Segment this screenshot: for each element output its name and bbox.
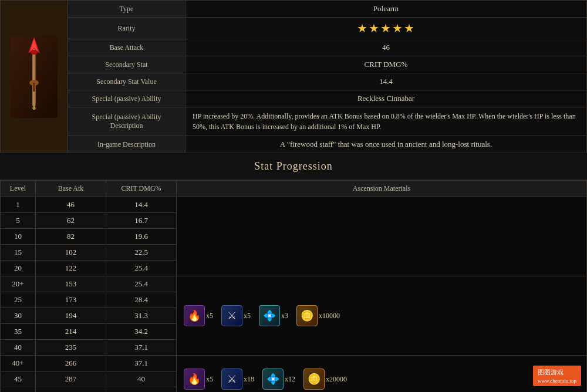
secondary-stat-value: CRIT DMG% — [185, 56, 587, 73]
crit-dmg-cell: 22.5 — [106, 245, 177, 261]
level-cell: 40+ — [1, 356, 36, 371]
material-count: x10000 — [319, 312, 340, 320]
material-count: x5 — [206, 375, 213, 384]
level-cell: 25 — [1, 292, 36, 308]
material-icon: ⚔ — [221, 305, 242, 326]
crit-dmg-cell: 14.4 — [106, 197, 177, 213]
type-value: Polearm — [185, 1, 587, 18]
material-count: x12 — [285, 375, 295, 384]
level-cell: 35 — [1, 324, 36, 340]
secondary-stat-label: Secondary Stat — [68, 56, 185, 73]
material-count: x18 — [244, 375, 254, 384]
material-item: ⚔x18 — [221, 369, 258, 390]
ingame-desc-label: In-game Description — [68, 136, 185, 153]
base-atk-cell: 235 — [36, 340, 106, 356]
passive-ability-label: Special (passive) Ability — [68, 90, 185, 107]
material-item: 🪙x10000 — [296, 305, 343, 326]
crit-dmg-cell: 31.3 — [106, 308, 177, 324]
ascension-cell — [177, 197, 587, 276]
base-atk-cell: 214 — [36, 324, 106, 340]
material-item: 🔥x5 — [184, 369, 217, 390]
material-item: 🔥x5 — [184, 305, 217, 326]
material-icon: 🪙 — [303, 369, 325, 390]
material-count: x5 — [244, 312, 251, 320]
base-attack-label: Base Attack — [68, 39, 185, 56]
table-row: 14614.4 — [1, 197, 587, 213]
crit-dmg-cell: 42.9 — [106, 387, 177, 393]
level-cell: 15 — [1, 245, 36, 261]
type-label: Type — [68, 1, 185, 18]
level-cell: 10 — [1, 229, 36, 245]
ingame-desc-value: A "firewood staff" that was once used in… — [185, 136, 587, 153]
ascension-cell: 🔥x5⚔x18💠x12🪙x20000 — [177, 356, 587, 393]
col-header-base-atk: Base Atk — [36, 181, 106, 197]
base-atk-cell: 102 — [36, 245, 106, 261]
passive-desc-label: Special (passive) Ability Description — [68, 107, 185, 136]
crit-dmg-cell: 40 — [106, 371, 177, 387]
rarity-stars: ★★★★★ — [185, 18, 587, 39]
table-row: 40+26637.1🔥x5⚔x18💠x12🪙x20000 — [1, 356, 587, 371]
level-cell: 50 — [1, 387, 36, 393]
crit-dmg-cell: 37.1 — [106, 340, 177, 356]
svg-rect-6 — [33, 83, 35, 92]
material-icon: 🪙 — [296, 305, 318, 326]
base-atk-cell: 46 — [36, 197, 106, 213]
star-icons: ★★★★★ — [357, 22, 416, 35]
rarity-label: Rarity — [68, 18, 185, 39]
level-cell: 20+ — [1, 276, 36, 292]
col-header-ascension: Ascension Materials — [177, 181, 587, 197]
crit-dmg-cell: 34.2 — [106, 324, 177, 340]
crit-dmg-cell: 25.4 — [106, 276, 177, 292]
material-item: ⚔x5 — [221, 305, 254, 326]
base-atk-cell: 308 — [36, 387, 106, 393]
level-cell: 30 — [1, 308, 36, 324]
svg-rect-8 — [33, 105, 35, 110]
secondary-stat-val-label: Secondary Stat Value — [68, 73, 185, 90]
passive-ability-value: Reckless Cinnabar — [185, 90, 587, 107]
table-row: 20+15325.4🔥x5⚔x5💠x3🪙x10000 — [1, 276, 587, 292]
stat-progression-title: Stat Progression — [0, 153, 587, 180]
crit-dmg-cell: 19.6 — [106, 229, 177, 245]
material-icon: 💠 — [259, 305, 280, 326]
weapon-image-cell — [1, 1, 68, 153]
crit-dmg-cell: 28.4 — [106, 292, 177, 308]
base-atk-cell: 153 — [36, 276, 106, 292]
col-header-level: Level — [1, 181, 36, 197]
base-atk-cell: 287 — [36, 371, 106, 387]
material-icon: 🔥 — [184, 369, 205, 390]
base-atk-cell: 62 — [36, 213, 106, 229]
stat-progression-table: Level Base Atk CRIT DMG% Ascension Mater… — [0, 180, 587, 392]
material-item: 💠x12 — [262, 369, 299, 390]
material-icon: 💠 — [262, 369, 284, 390]
base-atk-cell: 173 — [36, 292, 106, 308]
crit-dmg-cell: 37.1 — [106, 356, 177, 371]
material-icon: ⚔ — [221, 369, 242, 390]
base-atk-cell: 82 — [36, 229, 106, 245]
base-atk-cell: 266 — [36, 356, 106, 371]
watermark-url: www.chentutu.top — [538, 378, 576, 384]
ascension-cell: 🔥x5⚔x5💠x3🪙x10000 — [177, 276, 587, 356]
base-atk-cell: 122 — [36, 261, 106, 276]
base-atk-cell: 194 — [36, 308, 106, 324]
watermark-text: 图图游戏 — [538, 369, 564, 376]
material-item: 🪙x20000 — [303, 369, 350, 390]
material-count: x3 — [281, 312, 288, 320]
watermark: 图图游戏 www.chentutu.top — [533, 366, 581, 386]
crit-dmg-cell: 16.7 — [106, 213, 177, 229]
material-count: x5 — [206, 312, 213, 320]
svg-rect-1 — [32, 48, 36, 106]
level-cell: 5 — [1, 213, 36, 229]
material-count: x20000 — [326, 375, 347, 384]
crit-dmg-cell: 25.4 — [106, 261, 177, 276]
level-cell: 45 — [1, 371, 36, 387]
col-header-crit-dmg: CRIT DMG% — [106, 181, 177, 197]
passive-desc-value: HP increased by 20%. Additionally, provi… — [185, 107, 587, 136]
secondary-stat-val-value: 14.4 — [185, 73, 587, 90]
svg-point-4 — [31, 50, 38, 55]
weapon-image — [8, 33, 60, 121]
base-attack-value: 46 — [185, 39, 587, 56]
level-cell: 1 — [1, 197, 36, 213]
level-cell: 20 — [1, 261, 36, 276]
level-cell: 40 — [1, 340, 36, 356]
material-icon: 🔥 — [184, 305, 205, 326]
